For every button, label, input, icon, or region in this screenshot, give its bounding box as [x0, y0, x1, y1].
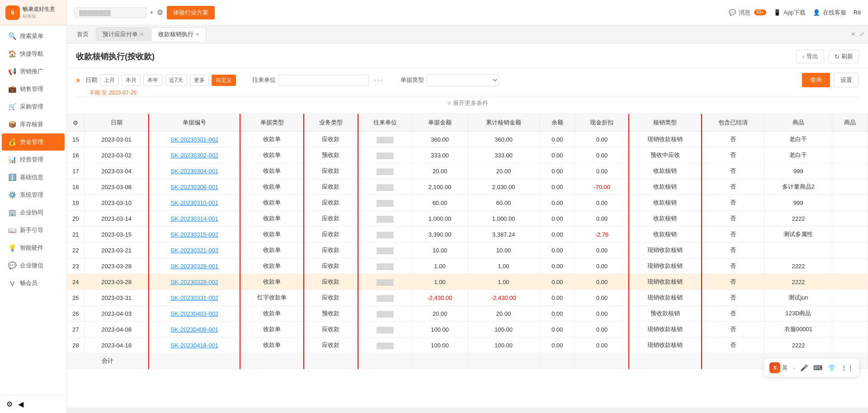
cell-doc-no[interactable]: SK-20230328-002 — [149, 274, 241, 290]
collapse-filter-icon[interactable]: » — [76, 76, 80, 84]
app-download-area[interactable]: 📱 App下载 — [774, 9, 806, 17]
refresh-button[interactable]: ↻ 刷新 — [829, 50, 859, 63]
horizontal-scrollbar[interactable] — [67, 408, 868, 413]
sidebar-item-shortcut[interactable]: 🏠 快捷导航 — [2, 45, 65, 62]
cell-amount: 1.00 — [412, 274, 467, 290]
cell-biz-type: 应收款 — [304, 337, 358, 353]
more-date-btn[interactable]: 更多 — [190, 75, 209, 86]
custom-date-btn[interactable]: 自定义 — [212, 75, 236, 86]
cell-verify-type: 现销收款核销 — [629, 132, 701, 147]
tab-home[interactable]: 首页 — [71, 28, 95, 41]
settings-icon-top[interactable]: ⚙ — [157, 8, 163, 17]
cell-doc-no[interactable]: SK-20230314-001 — [149, 211, 241, 227]
cell-doc-no-link[interactable]: SK-20230308-001 — [170, 184, 218, 190]
export-button[interactable]: ↑ 导出 — [796, 50, 825, 63]
cell-doc-no-link[interactable]: SK-20230331-002 — [170, 294, 218, 301]
mic-icon[interactable]: 🎤 — [800, 364, 808, 371]
cell-doc-no[interactable]: SK-20230403-002 — [149, 306, 241, 322]
tab-maximize-icon[interactable]: ⤢ — [859, 31, 864, 38]
cell-date: 2023-03-02 — [85, 147, 149, 163]
topbar: ▓▓▓▓▓▓▓▓ ▾ ⚙ 体验行业方案 💬 消息 99+ 📱 App下载 👤 在… — [67, 0, 868, 25]
tab-prepay-close[interactable]: ✕ — [140, 32, 144, 38]
sidebar-item-system[interactable]: ⚙️ 系统管理 — [2, 186, 65, 204]
user-name-area[interactable]: Rit — [854, 9, 861, 16]
cell-verify: 360.00 — [468, 132, 540, 147]
sidebar-item-finance[interactable]: 💰 资金管理 — [2, 133, 65, 151]
setting-button[interactable]: 设置 — [834, 73, 859, 87]
solution-button[interactable]: 体验行业方案 — [167, 6, 215, 19]
cell-doc-no-link[interactable]: SK-20230403-002 — [170, 310, 218, 317]
cell-doc-no-link[interactable]: SK-20230408-001 — [170, 326, 218, 333]
sidebar-item-member[interactable]: V 畅会员 — [2, 275, 65, 292]
collapse-icon[interactable]: ◀ — [18, 400, 24, 408]
cell-doc-no[interactable]: SK-20230328-001 — [149, 258, 241, 274]
sidebar-item-marketing[interactable]: 📢 营销推广 — [2, 63, 65, 80]
message-area[interactable]: 💬 消息 99+ — [729, 9, 766, 17]
keyboard-icon[interactable]: ⌨ — [813, 364, 822, 371]
cell-doc-no-link[interactable]: SK-20230302-002 — [170, 152, 218, 159]
this-month-btn[interactable]: 本月 — [122, 75, 141, 86]
cell-verify: 20.00 — [468, 163, 540, 179]
cell-doc-no[interactable]: SK-20230304-001 — [149, 163, 241, 179]
cell-doc-no-link[interactable]: SK-20230328-002 — [170, 279, 218, 285]
cell-doc-no-link[interactable]: SK-20230310-001 — [170, 199, 218, 206]
cell-doc-no[interactable]: SK-20230301-002 — [149, 132, 241, 147]
sidebar-item-search[interactable]: 🔍 搜索菜单 — [2, 28, 65, 45]
cell-doc-no-link[interactable]: SK-20230328-001 — [170, 263, 218, 270]
expand-bar[interactable]: ∨ 展开更多条件 — [76, 97, 859, 109]
cell-doc-no-link[interactable]: SK-20230301-002 — [170, 136, 218, 143]
cell-settled: 否 — [702, 147, 764, 163]
ellipsis-button[interactable]: ··· — [374, 76, 384, 84]
cell-doc-no[interactable]: SK-20230308-001 — [149, 179, 241, 195]
cell-balance: 0.00 — [539, 274, 575, 290]
col-settings[interactable]: ⚙ — [67, 114, 85, 132]
sidebar-item-company[interactable]: 🏢 企业协同 — [2, 204, 65, 221]
cell-doc-no[interactable]: SK-20230408-001 — [149, 322, 241, 337]
tab-collection[interactable]: 收款核销执行 ✕ — [151, 27, 206, 41]
sidebar-item-wechat[interactable]: 💬 企业微信 — [2, 257, 65, 274]
grid-icon[interactable]: ⋮⋮ — [841, 364, 854, 371]
sidebar-item-operations[interactable]: 📊 经营管理 — [2, 151, 65, 168]
cell-doc-no-link[interactable]: SK-20230304-001 — [170, 168, 218, 175]
footer-col-partner — [358, 353, 412, 369]
cell-amount: 20.00 — [412, 163, 467, 179]
cell-doc-no-link[interactable]: SK-20230315-002 — [170, 231, 218, 238]
cell-goods2 — [832, 179, 868, 195]
query-button[interactable]: 查询 — [802, 73, 830, 87]
sidebar-item-purchase[interactable]: 🛒 采购管理 — [2, 98, 65, 115]
dropdown-icon[interactable]: ▾ — [150, 9, 153, 16]
cell-goods1: 衣服00001 — [764, 322, 832, 337]
cell-doc-no[interactable]: SK-20230315-002 — [149, 227, 241, 242]
cell-doc-no[interactable]: SK-20230310-001 — [149, 195, 241, 211]
cell-doc-no[interactable]: SK-20230331-002 — [149, 290, 241, 306]
cell-doc-no-link[interactable]: SK-20230314-001 — [170, 215, 218, 222]
sidebar-item-guide[interactable]: 📖 新手引导 — [2, 222, 65, 239]
cell-goods1: 2222 — [764, 211, 832, 227]
last-7-days-btn[interactable]: 近7天 — [165, 75, 187, 86]
settings-icon[interactable]: ⚙ — [6, 400, 13, 408]
sidebar-item-sales[interactable]: 💼 销售管理 — [2, 81, 65, 98]
tab-close-all-icon[interactable]: ✕ — [851, 31, 856, 38]
sidebar-item-inventory[interactable]: 📦 库存核算 — [2, 116, 65, 133]
cell-goods2 — [832, 290, 868, 306]
tab-prepay[interactable]: 预计应应付单 ✕ — [96, 27, 151, 41]
partner-input[interactable] — [278, 75, 369, 86]
cell-date: 2023-03-31 — [85, 290, 149, 306]
online-service-area[interactable]: 👤 在线客服 — [813, 9, 846, 17]
cell-biz-type: 应收款 — [304, 132, 358, 147]
cell-doc-no[interactable]: SK-20230418-001 — [149, 337, 241, 353]
last-month-btn[interactable]: 上月 — [100, 75, 119, 86]
cell-amount: 3,390.00 — [412, 227, 467, 242]
tab-collection-close[interactable]: ✕ — [195, 32, 199, 38]
sidebar-item-hardware[interactable]: 💡 智能硬件 — [2, 239, 65, 256]
doc-type-select[interactable] — [427, 74, 499, 86]
cell-doc-no[interactable]: SK-20230321-003 — [149, 242, 241, 258]
cell-doc-no[interactable]: SK-20230302-002 — [149, 147, 241, 163]
sidebar-item-basic[interactable]: ℹ️ 基础信息 — [2, 169, 65, 186]
shirt-icon[interactable]: 👕 — [828, 364, 835, 371]
this-year-btn[interactable]: 本年 — [143, 75, 162, 86]
filter-row: » 日期 上月 本月 本年 近7天 更多 自定义 往来单位 ··· 单据类型 — [76, 73, 859, 87]
im-dot-icon[interactable]: · — [793, 364, 795, 371]
cell-doc-no-link[interactable]: SK-20230321-003 — [170, 247, 218, 254]
cell-doc-no-link[interactable]: SK-20230418-001 — [170, 342, 218, 349]
